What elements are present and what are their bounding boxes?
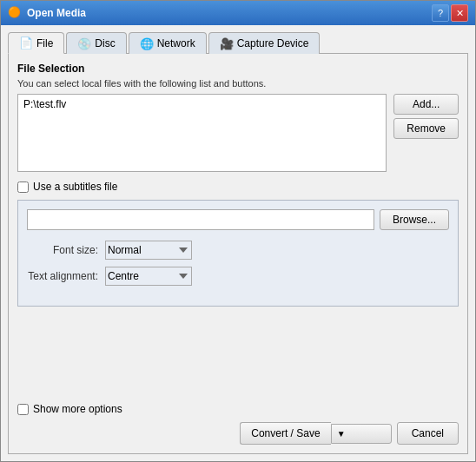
show-more-label[interactable]: Show more options [17,403,122,415]
tab-network-label: Network [157,37,195,50]
tab-file-label: File [36,37,53,50]
open-media-window: 🟠 Open Media ? ✕ 📄 File 💿 Disc 🌐 Network [0,0,476,462]
convert-save-button[interactable]: Convert / Save [240,422,330,445]
text-alignment-select[interactable]: Left Centre Right [105,267,192,286]
text-alignment-row: Text alignment: Left Centre Right [27,267,449,286]
cancel-button[interactable]: Cancel [397,422,459,445]
font-size-select[interactable]: Smaller Small Normal Large Larger [105,241,192,260]
subtitle-file-input[interactable] [27,209,374,230]
help-button[interactable]: ? [432,4,449,22]
close-button[interactable]: ✕ [451,4,468,22]
subtitle-checkbox-row: Use a subtitles file [17,181,459,193]
remove-button[interactable]: Remove [393,118,459,139]
show-more-text: Show more options [33,403,122,415]
app-icon: 🟠 [8,6,22,20]
convert-save-dropdown[interactable]: ▼ [331,424,392,444]
subtitle-label-text: Use a subtitles file [33,181,117,193]
browse-button[interactable]: Browse... [380,209,449,230]
network-tab-icon: 🌐 [140,37,154,50]
convert-save-button-group: Convert / Save ▼ [240,422,391,445]
tab-capture[interactable]: 🎥 Capture Device [208,32,321,54]
show-more-checkbox[interactable] [17,404,29,415]
font-size-row: Font size: Smaller Small Normal Large La… [27,241,449,260]
subtitle-checkbox[interactable] [17,182,29,193]
file-section-desc: You can select local files with the foll… [17,78,459,89]
tab-capture-label: Capture Device [237,37,309,50]
main-panel: File Selection You can select local file… [8,53,468,454]
window-title: Open Media [27,7,86,19]
subtitle-options-panel: Browse... Font size: Smaller Small Norma… [17,200,459,307]
file-area: P:\test.flv Add... Remove [17,94,459,172]
subtitle-file-row: Browse... [27,209,449,230]
bottom-buttons: Convert / Save ▼ Cancel [17,422,459,445]
file-tab-icon: 📄 [19,36,33,50]
font-size-label: Font size: [27,244,105,256]
add-button[interactable]: Add... [393,94,459,115]
show-more-row: Show more options [17,403,459,415]
file-path: P:\test.flv [23,98,66,110]
file-list[interactable]: P:\test.flv [17,94,387,172]
tab-bar: 📄 File 💿 Disc 🌐 Network 🎥 Capture Device [8,32,468,54]
capture-tab-icon: 🎥 [220,37,234,50]
tab-file[interactable]: 📄 File [8,32,64,54]
disc-tab-icon: 💿 [77,37,91,50]
text-alignment-label: Text alignment: [27,270,105,282]
title-bar: 🟠 Open Media ? ✕ [1,1,475,25]
file-section-title: File Selection [17,63,459,75]
tab-disc-label: Disc [95,37,115,50]
tab-disc[interactable]: 💿 Disc [66,32,126,54]
file-buttons: Add... Remove [393,94,459,172]
tab-network[interactable]: 🌐 Network [129,32,207,54]
window-controls: ? ✕ [432,4,468,22]
subtitle-checkbox-label[interactable]: Use a subtitles file [17,181,117,193]
content-area: 📄 File 💿 Disc 🌐 Network 🎥 Capture Device… [1,25,475,461]
